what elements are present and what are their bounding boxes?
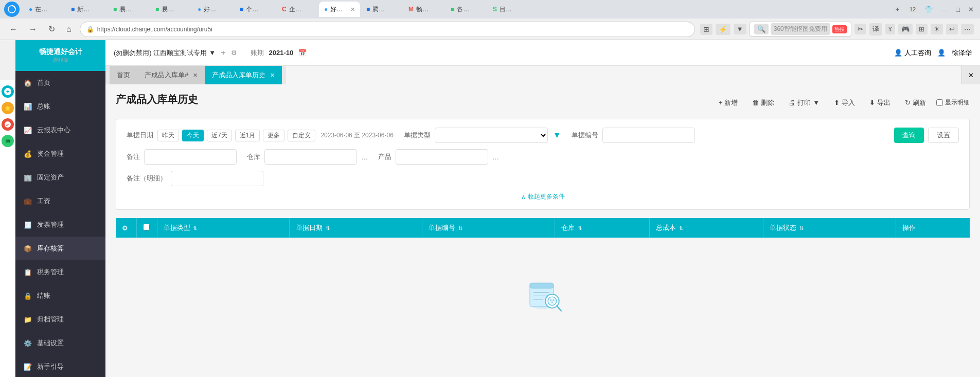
page-tab-home[interactable]: 首页 xyxy=(110,66,137,84)
browser-tab-4[interactable]: ■ 易… xyxy=(150,2,191,17)
refresh-button[interactable]: ↻ 刷新 xyxy=(901,96,930,110)
browser-tab-3[interactable]: ■ 易… xyxy=(108,2,149,17)
th-checkbox[interactable] xyxy=(136,218,157,238)
app-icon-chanjet[interactable] xyxy=(2,85,14,98)
detail-note-filter-input[interactable] xyxy=(171,171,263,186)
svg-point-14 xyxy=(553,299,554,301)
undo-icon[interactable]: ↩ xyxy=(946,24,958,34)
brightness-icon[interactable]: ☀ xyxy=(931,24,943,34)
dropdown-icon[interactable]: ▼ xyxy=(734,24,746,34)
nav-item-fixed-assets[interactable]: 🏢 固定资产 xyxy=(15,166,105,189)
date-btn-today[interactable]: 今天 xyxy=(182,130,204,141)
browser-tab-6[interactable]: ■ 个… xyxy=(235,2,276,17)
browser-tab-12[interactable]: S 目… xyxy=(488,2,529,17)
refresh-browser-button[interactable]: ↻ xyxy=(45,22,58,36)
browser-tab-1[interactable]: ● 在… xyxy=(24,2,65,17)
extensions-icon[interactable]: ⊞ xyxy=(700,24,712,35)
note-filter-input[interactable] xyxy=(144,149,237,165)
date-btn-more[interactable]: 更多 xyxy=(263,130,284,141)
lightning-icon[interactable]: ⚡ xyxy=(716,24,730,35)
back-button[interactable]: ← xyxy=(6,23,21,36)
browser-tab-10[interactable]: M 畅… xyxy=(403,2,444,17)
company-name: (勿删勿禁用) 江西顺宝测试专用 xyxy=(114,48,207,58)
nav-item-inventory[interactable]: 📦 库存核算 xyxy=(15,237,105,260)
nav-item-archive[interactable]: 📁 归档管理 xyxy=(15,308,105,331)
nav-item-close-account[interactable]: 🔒 结账 xyxy=(15,284,105,308)
url-bar[interactable]: 🔒 https://cloud.chanjet.com/accounting/u… xyxy=(80,22,695,37)
calendar-icon[interactable]: 📅 xyxy=(298,49,307,57)
search-bar[interactable]: 🔍 360智能抠图免费用 热搜 xyxy=(750,22,851,37)
export-button[interactable]: ⬇ 导出 xyxy=(865,96,895,110)
query-button[interactable]: 查询 xyxy=(894,128,924,143)
forward-button[interactable]: → xyxy=(26,23,40,36)
th-warehouse-sort-icon[interactable]: ⇅ xyxy=(578,225,582,231)
page-tab-list-close[interactable]: ✕ xyxy=(193,72,198,79)
warehouse-dots-icon[interactable]: … xyxy=(361,153,368,161)
product-filter-input[interactable] xyxy=(396,149,488,165)
show-detail-checkbox[interactable] xyxy=(936,99,943,106)
date-btn-custom[interactable]: 自定义 xyxy=(288,130,315,141)
nav-item-invoice[interactable]: 🧾 发票管理 xyxy=(15,213,105,237)
user-avatar[interactable]: 👤 xyxy=(937,49,946,57)
delete-button[interactable]: 🗑 删除 xyxy=(748,96,778,110)
new-button[interactable]: + 新增 xyxy=(715,96,742,110)
collapse-button[interactable]: ∧ 收起更多条件 xyxy=(127,192,959,201)
page-tab-history-close[interactable]: ✕ xyxy=(270,72,275,79)
minimize-button[interactable]: — xyxy=(939,4,950,15)
scissors-icon[interactable]: ✂ xyxy=(854,24,866,34)
tab-manager-icon[interactable]: 👕 xyxy=(922,4,935,15)
nav-item-home[interactable]: 🏠 首页 xyxy=(15,71,105,95)
th-total-cost-sort-icon[interactable]: ⇅ xyxy=(679,225,683,231)
nav-item-payroll[interactable]: 💼 工资 xyxy=(15,189,105,213)
customer-service-button[interactable]: 👤 人工咨询 xyxy=(894,48,931,58)
close-panel-button[interactable]: ✕ xyxy=(961,66,980,84)
date-btn-1month[interactable]: 近1月 xyxy=(235,130,260,141)
company-selector[interactable]: (勿删勿禁用) 江西顺宝测试专用 ▼ xyxy=(114,48,216,58)
header-checkbox[interactable] xyxy=(143,224,150,230)
number-filter-input[interactable] xyxy=(602,128,695,143)
nav-item-cloud-report[interactable]: 📈 云报表中心 xyxy=(15,118,105,142)
print-button[interactable]: 🖨 打印 ▼ xyxy=(785,96,824,110)
browser-tab-8[interactable]: ● 好… ✕ xyxy=(319,2,360,17)
th-date-sort-icon[interactable]: ⇅ xyxy=(326,225,330,231)
maximize-button[interactable]: □ xyxy=(954,4,962,15)
date-btn-7days[interactable]: 近7天 xyxy=(207,130,232,141)
page-tab-list[interactable]: 产成品入库单# ✕ xyxy=(137,66,205,84)
browser-tab-2[interactable]: ■ 新… xyxy=(66,2,107,17)
filter-settings-button[interactable]: 设置 xyxy=(928,128,959,143)
home-button[interactable]: ⌂ xyxy=(63,23,75,36)
translate-icon[interactable]: 译 xyxy=(869,23,882,35)
warehouse-filter-input[interactable] xyxy=(264,149,357,165)
nav-item-fund[interactable]: 💰 资金管理 xyxy=(15,142,105,166)
app-icon-mail[interactable]: ✉ xyxy=(2,135,14,147)
date-btn-yesterday[interactable]: 昨天 xyxy=(157,130,179,141)
browser-tab-9[interactable]: ■ 腾… xyxy=(361,2,402,17)
close-browser-button[interactable]: ✕ xyxy=(966,4,976,15)
company-settings-icon[interactable]: ⚙ xyxy=(231,49,237,57)
th-settings[interactable]: ⚙ xyxy=(116,218,136,238)
import-button[interactable]: ⬆ 导入 xyxy=(830,96,859,110)
type-filter-select[interactable] xyxy=(435,128,548,143)
th-status-sort-icon[interactable]: ⇅ xyxy=(799,225,804,231)
th-type-sort-icon[interactable]: ⇅ xyxy=(193,225,197,231)
tab-8-close-icon[interactable]: ✕ xyxy=(350,6,355,13)
nav-item-new-entry[interactable]: 📝 新手引导 xyxy=(15,355,105,377)
app-icon-weibo[interactable]: w xyxy=(2,118,14,131)
th-number-sort-icon[interactable]: ⇅ xyxy=(458,225,462,231)
new-tab-button[interactable]: ＋ xyxy=(892,3,903,16)
currency-icon[interactable]: ¥ xyxy=(885,24,895,34)
browser-tab-11[interactable]: ■ 各… xyxy=(446,2,487,17)
browser-tab-5[interactable]: ● 好… xyxy=(192,2,234,17)
show-detail-checkbox-label[interactable]: 显示明细 xyxy=(936,98,970,107)
more-icon[interactable]: ⋯ xyxy=(961,24,974,34)
game-icon[interactable]: 🎮 xyxy=(898,24,913,34)
product-dots-icon[interactable]: … xyxy=(492,153,499,161)
browser-tab-7[interactable]: C 企… xyxy=(277,2,318,17)
page-tab-history[interactable]: 产成品入库单历史 ✕ xyxy=(205,66,282,84)
nav-item-ledger[interactable]: 📊 总账 xyxy=(15,95,105,118)
nav-item-tax[interactable]: 📋 税务管理 xyxy=(15,260,105,284)
app-icon-star[interactable]: ⭐ xyxy=(2,102,14,114)
nav-item-settings[interactable]: ⚙️ 基础设置 xyxy=(15,331,105,355)
grid-view-icon[interactable]: ⊞ xyxy=(916,24,928,34)
add-company-button[interactable]: + xyxy=(221,48,225,58)
